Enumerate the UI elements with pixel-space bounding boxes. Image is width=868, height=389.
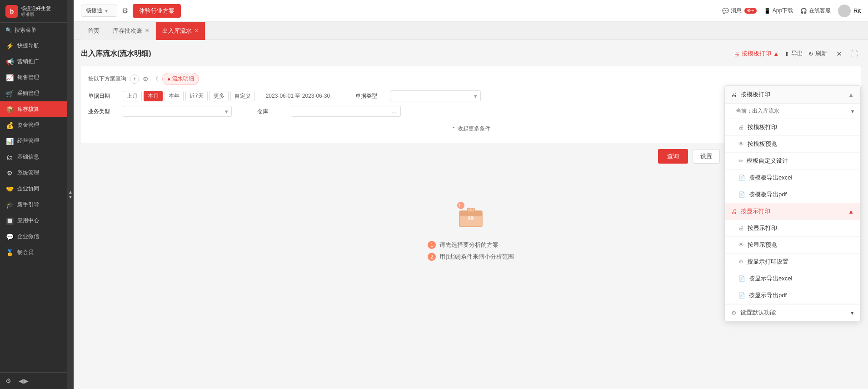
dropdown-collapse-icon[interactable]: ▲ <box>848 91 854 98</box>
tab-inventory-batch-label: 库存批次账 <box>113 27 142 35</box>
dropdown-template-export-pdf[interactable]: 📄 按模板导出pdf <box>725 186 860 203</box>
export-button[interactable]: ⬆ 导出 <box>784 50 803 58</box>
more-icon[interactable]: … <box>391 108 397 115</box>
dropdown-template-export-excel[interactable]: 📄 按模板导出excel <box>725 170 860 186</box>
page-actions: 🖨 按模板打印 ▲ ⬆ 导出 ↻ 刷新 ✕ ⛶ <box>734 47 861 60</box>
excel-icon: 📄 <box>738 175 745 181</box>
filter-collapse-icon[interactable]: 《 <box>152 75 159 83</box>
sidebar-menu: ⚡ 快捷导航 📢 营销推广 📈 销售管理 🛒 采购管理 📦 库存核算 💰 资金管… <box>0 38 67 372</box>
filter-tag-liushui[interactable]: ● 流水明细 <box>162 73 199 85</box>
main-area: 畅捷通 ▾ ⚙ 体验行业方案 💬 消息 99+ 📱 App下载 🎧 在线客服 <box>74 0 868 389</box>
refresh-button[interactable]: ↻ 刷新 <box>808 50 827 58</box>
sidebar-item-finance[interactable]: 💰 资金管理 <box>0 117 67 133</box>
refresh-icon: ↻ <box>808 50 813 57</box>
tab-close-inventory-batch[interactable]: ✕ <box>145 28 149 34</box>
dropdown-template-print[interactable]: 🖨 按模板打印 <box>725 119 860 136</box>
date-btn-7days[interactable]: 近7天 <box>185 91 208 101</box>
display-settings-label: 按显示打印设置 <box>747 258 788 266</box>
user-menu[interactable]: Rit <box>838 5 861 17</box>
sidebar: b 畅捷通好生意 标准版 🔍 搜索菜单 ⚡ 快捷导航 📢 营销推广 📈 销售管理… <box>0 0 67 389</box>
dropdown-template-header[interactable]: 🖨 按模板打印 ▲ <box>725 86 860 104</box>
biztype-select[interactable] <box>123 106 232 117</box>
date-btn-custom[interactable]: 自定义 <box>230 91 255 101</box>
sidebar-item-sales[interactable]: 📈 销售管理 <box>0 70 67 85</box>
filter-tag-icon: ● <box>167 76 170 82</box>
dropdown-display-preview[interactable]: 👁 按显示预览 <box>725 237 860 254</box>
chevron-up-icon: ▲ <box>848 208 854 215</box>
sidebar-item-inventory[interactable]: 📦 库存核算 <box>0 101 67 117</box>
company-selector[interactable]: 畅捷通 ▾ <box>81 5 117 17</box>
online-service-button[interactable]: 🎧 在线客服 <box>800 7 831 15</box>
dropdown-display-print[interactable]: 🖨 按显示打印 <box>725 220 860 237</box>
dropdown-template-custom[interactable]: ✏ 模板自定义设计 <box>725 153 860 170</box>
app-name: 畅捷通好生意 <box>21 5 51 11</box>
sidebar-item-marketing[interactable]: 📢 营销推广 <box>0 54 67 70</box>
app-download-button[interactable]: 📱 App下载 <box>764 7 793 15</box>
tab-home[interactable]: 首页 <box>81 22 106 40</box>
sidebar-item-basics[interactable]: 🗂 基础信息 <box>0 149 67 165</box>
dropdown-display-header[interactable]: 🖨 按显示打印 ▲ <box>725 203 860 220</box>
step-2-number: 2 <box>428 253 436 261</box>
quick-nav-icon: ⚡ <box>5 42 14 50</box>
close-window-button[interactable]: ✕ <box>833 47 845 60</box>
avatar <box>838 5 851 17</box>
query-button[interactable]: 查询 <box>658 149 688 164</box>
dropdown-display-export-pdf[interactable]: 📄 按显示导出pdf <box>725 287 860 304</box>
display-export-pdf-label: 按显示导出pdf <box>749 291 787 299</box>
message-badge: 99+ <box>744 8 757 14</box>
app-logo-icon: b <box>5 5 18 18</box>
sidebar-item-label: 库存核算 <box>17 105 39 113</box>
doctype-select[interactable] <box>390 90 481 101</box>
sidebar-item-operations[interactable]: 📊 经营管理 <box>0 133 67 149</box>
date-btn-this-year[interactable]: 本年 <box>165 91 184 101</box>
pdf-icon: 📄 <box>738 191 745 198</box>
topbar-gear-icon[interactable]: ⚙ <box>122 6 128 15</box>
tab-close-flow[interactable]: ✕ <box>195 28 199 34</box>
sidebar-search[interactable]: 🔍 搜索菜单 <box>0 23 67 38</box>
filter-title: 按以下方案查询 <box>88 75 126 83</box>
action-row: 查询 设置 <box>81 149 720 164</box>
appcenter-icon: 🔲 <box>5 217 14 224</box>
display-preview-label: 按显示预览 <box>748 241 777 249</box>
collapse-sidebar-icon[interactable]: ◀▶ <box>19 377 29 384</box>
empty-step-1: 1 请先选择要分析的方案 <box>428 241 514 249</box>
date-btn-this-month[interactable]: 本月 <box>144 91 163 101</box>
settings-button[interactable]: 设置 <box>693 149 720 164</box>
excel-icon: 📄 <box>738 275 745 282</box>
dropdown-display-export-excel[interactable]: 📄 按显示导出excel <box>725 270 860 287</box>
sidebar-item-label: 营销推广 <box>17 58 39 65</box>
sidebar-item-wechat[interactable]: 💬 企业微信 <box>0 229 67 244</box>
company-name: 畅捷通 <box>86 7 102 15</box>
sidebar-item-appcenter[interactable]: 🔲 应用中心 <box>0 213 67 229</box>
system-icon: ⚙ <box>5 170 14 177</box>
tab-flow[interactable]: 出入库流水 ✕ <box>156 22 205 40</box>
industry-solution-button[interactable]: 体验行业方案 <box>133 4 181 18</box>
settings-icon[interactable]: ⚙ <box>5 377 11 384</box>
date-btn-more[interactable]: 更多 <box>210 91 229 101</box>
sidebar-item-system[interactable]: ⚙ 系统管理 <box>0 165 67 181</box>
filter-gear-icon[interactable]: ⚙ <box>143 75 149 83</box>
print-header-icon: 🖨 <box>731 91 737 98</box>
sidebar-item-purchase[interactable]: 🛒 采购管理 <box>0 85 67 101</box>
sidebar-item-label: 新手引导 <box>17 201 39 209</box>
scroll-arrow: ▲▼ <box>68 190 73 199</box>
expand-window-button[interactable]: ⛶ <box>848 47 861 60</box>
gear-icon: ⚙ <box>738 259 743 265</box>
sidebar-item-label: 系统管理 <box>17 169 39 177</box>
sidebar-item-guide[interactable]: 🎓 新手引导 <box>0 197 67 213</box>
sidebar-item-collab[interactable]: 🤝 企业协同 <box>0 181 67 197</box>
sidebar-item-member[interactable]: 🏅 畅会员 <box>0 244 67 260</box>
dropdown-template-preview[interactable]: 👁 按模板预览 <box>725 136 860 153</box>
date-btn-last-month[interactable]: 上月 <box>123 91 142 101</box>
sidebar-item-quick-nav[interactable]: ⚡ 快捷导航 <box>0 38 67 54</box>
purchase-icon: 🛒 <box>5 90 14 97</box>
sidebar-scroll-track[interactable]: ▲▼ <box>67 0 74 389</box>
message-button[interactable]: 💬 消息 99+ <box>722 7 757 15</box>
warehouse-input[interactable]: … <box>292 106 401 117</box>
template-print-button[interactable]: 🖨 按模板打印 ▲ <box>734 50 779 58</box>
chevron-down-icon: ▾ <box>851 309 854 316</box>
dropdown-footer[interactable]: ⚙ 设置默认功能 ▾ <box>725 304 860 321</box>
filter-add-button[interactable]: + <box>130 75 139 84</box>
dropdown-display-settings[interactable]: ⚙ 按显示打印设置 <box>725 254 860 270</box>
tab-inventory-batch[interactable]: 库存批次账 ✕ <box>106 22 156 40</box>
